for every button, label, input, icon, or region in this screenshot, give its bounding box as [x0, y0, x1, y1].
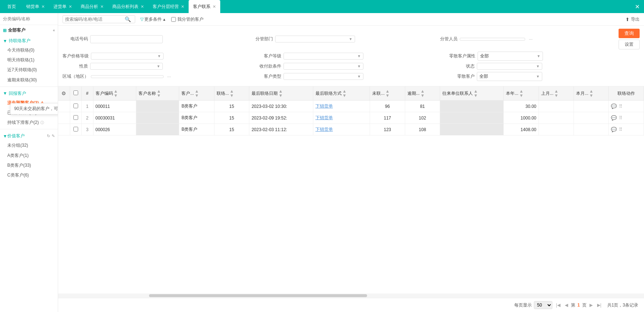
more-actions-icon[interactable]: ⠿: [619, 115, 623, 121]
last-method-link[interactable]: 下销货单: [315, 127, 333, 132]
contact-col-header[interactable]: 联络... ▲▼: [214, 86, 249, 101]
sidebar-item-7days-pending[interactable]: 近7天待联络(0): [0, 65, 58, 75]
region-select[interactable]: [91, 75, 164, 78]
close-icon[interactable]: ✕: [100, 4, 104, 9]
sidebar-all-customers[interactable]: ⊞ 全部客户 «: [0, 25, 58, 36]
sidebar: 🔍 ⊞ 全部客户 « ▼ 待联络客户 今天待联络(0) 明天待联络(1) 近7天…: [0, 13, 58, 312]
status-label: 状态: [449, 63, 475, 69]
status-select[interactable]: ▼: [477, 63, 542, 70]
per-page-select[interactable]: 50 100: [534, 301, 552, 309]
row-checkbox[interactable]: [73, 127, 78, 131]
query-button[interactable]: 查询: [619, 29, 640, 38]
sidebar-item-c-class[interactable]: C类客户(6): [0, 170, 58, 180]
person-more-icon[interactable]: ···: [527, 37, 534, 42]
tab-sales[interactable]: 销货单 ✕: [22, 0, 49, 13]
sidebar-item-today-pending[interactable]: 今天待联络(0): [0, 45, 58, 55]
sidebar-section-pending[interactable]: ▼ 待联络客户: [0, 36, 58, 45]
row-actions: 💬 ⠿: [609, 101, 644, 112]
row-last-method[interactable]: 下销货单: [313, 101, 370, 112]
close-icon[interactable]: ✕: [213, 4, 216, 9]
code-col-header[interactable]: 客户编码 ▲▼: [93, 86, 136, 101]
filter-customer-type: 客户类型 ▼: [256, 73, 446, 80]
customer-level-select[interactable]: ▼: [283, 53, 363, 60]
last-date-col-header[interactable]: 最后联络日期 ▲▼: [249, 86, 313, 101]
row-checkbox[interactable]: [73, 115, 78, 120]
close-icon[interactable]: ✕: [69, 4, 72, 9]
zero-customer-select[interactable]: 全部 ▼: [477, 72, 542, 81]
message-icon[interactable]: 💬: [611, 104, 617, 109]
search-button-icon[interactable]: 🔍: [125, 16, 131, 22]
payment-select[interactable]: ▼: [283, 63, 363, 70]
price-level-select[interactable]: ▼: [91, 53, 164, 60]
phone-input[interactable]: [90, 35, 163, 43]
row-last-method[interactable]: 下销货单: [313, 112, 370, 124]
close-icon[interactable]: ✕: [41, 4, 45, 9]
region-more-icon[interactable]: ···: [166, 74, 172, 79]
sidebar-section-lost[interactable]: ▼ 回报客户: [0, 88, 58, 98]
window-close-button[interactable]: ✕: [631, 3, 644, 10]
select-all-checkbox[interactable]: [73, 90, 78, 95]
table-row: 1 000011 B类客户 15 2023-03-02 10:30: 下销货单 …: [58, 101, 644, 112]
row-checkbox[interactable]: [73, 104, 78, 108]
sidebar-item-tomorrow-pending[interactable]: 明天待联络(1): [0, 55, 58, 65]
export-button[interactable]: ⬆ 导出: [625, 16, 640, 23]
more-filters-button[interactable]: ▽ 更多条件 ▲: [138, 16, 168, 23]
message-icon[interactable]: 💬: [611, 127, 617, 132]
last-page-button[interactable]: ▶|: [596, 302, 603, 308]
type-col-header[interactable]: 客户... ▲▼: [179, 86, 214, 101]
tab-home[interactable]: 首页: [1, 0, 22, 13]
tab-product-analysis[interactable]: 商品分析 ✕: [76, 0, 108, 13]
sidebar-search-icon[interactable]: 🔍: [57, 16, 58, 22]
tab-customer-contact[interactable]: 客户联系 ✕: [189, 0, 220, 13]
checkbox-col-header: [70, 86, 81, 101]
not-contacted-col-header[interactable]: 未联... ▲▼: [370, 86, 405, 101]
gender-select[interactable]: ▼: [90, 63, 163, 70]
sort-arrows-icon: ▲▼: [385, 89, 390, 98]
row-last-month: [539, 112, 573, 124]
sidebar-item-ungrouped[interactable]: 未分组(32): [0, 141, 58, 150]
last-method-col-header[interactable]: 最后联络方式 ▲▼: [313, 86, 370, 101]
last-month-col-header[interactable]: 上月... ▲▼: [539, 86, 573, 101]
overdue-col-header[interactable]: 逾期... ▲▼: [405, 86, 440, 101]
row-last-method[interactable]: 下销货单: [313, 124, 370, 135]
tab-product-list[interactable]: 商品分析列表 ✕: [108, 0, 148, 13]
more-actions-icon[interactable]: ⠿: [619, 104, 623, 109]
first-page-button[interactable]: |◀: [555, 302, 562, 308]
last-method-link[interactable]: 下销货单: [315, 104, 333, 109]
customer-type-select[interactable]: ▼: [283, 73, 363, 80]
sidebar-item-b-class[interactable]: B类客户(33): [0, 161, 58, 170]
next-page-button[interactable]: ▶: [588, 302, 594, 308]
person-select[interactable]: [460, 38, 525, 41]
prev-page-button[interactable]: ◀: [563, 302, 569, 308]
collapse-icon[interactable]: «: [53, 28, 55, 32]
zero-attr-select[interactable]: 全部 ▼: [478, 52, 543, 61]
refresh-icon[interactable]: ↻: [47, 134, 50, 138]
sidebar-item-overdue-pending[interactable]: 逾期未联络(30): [0, 75, 58, 85]
sort-arrows-icon: ▲▼: [474, 89, 478, 98]
name-col-header[interactable]: 客户名称 ▲▼: [136, 86, 179, 101]
column-settings-icon[interactable]: ⚙: [61, 90, 66, 96]
sidebar-section-value[interactable]: ▼ 价值客户 ↻ ✎: [0, 131, 58, 141]
dept-select[interactable]: ▼: [275, 36, 355, 42]
this-year-col-header[interactable]: 本年... ▲▼: [504, 86, 539, 101]
edit-icon[interactable]: ✎: [52, 134, 55, 138]
search-input[interactable]: [65, 17, 123, 22]
horizontal-scrollbar[interactable]: [58, 293, 644, 298]
unit-contact-col-header[interactable]: 往来单位联系人 ▲▼: [440, 86, 503, 101]
close-icon[interactable]: ✕: [181, 4, 184, 9]
sidebar-item-a-class[interactable]: A类客户(1): [0, 151, 58, 161]
sidebar-item-declining[interactable]: 持续下滑客户(2) ⓘ: [0, 118, 58, 127]
last-method-link[interactable]: 下销货单: [315, 115, 333, 120]
my-customers-checkbox[interactable]: [171, 17, 176, 22]
settings-button[interactable]: 设置: [619, 40, 640, 49]
this-month-col-header[interactable]: 本月... ▲▼: [574, 86, 609, 101]
row-code: 000011: [93, 101, 136, 112]
close-icon[interactable]: ✕: [141, 4, 144, 9]
tab-purchase[interactable]: 进货单 ✕: [49, 0, 76, 13]
message-icon[interactable]: 💬: [611, 115, 617, 121]
more-actions-icon[interactable]: ⠿: [619, 127, 623, 132]
sidebar-search-input[interactable]: [3, 16, 57, 21]
scrollbar-thumb[interactable]: [149, 294, 367, 297]
settings-col-header[interactable]: ⚙: [58, 86, 70, 101]
tab-customer-tier[interactable]: 客户分层经营 ✕: [148, 0, 189, 13]
